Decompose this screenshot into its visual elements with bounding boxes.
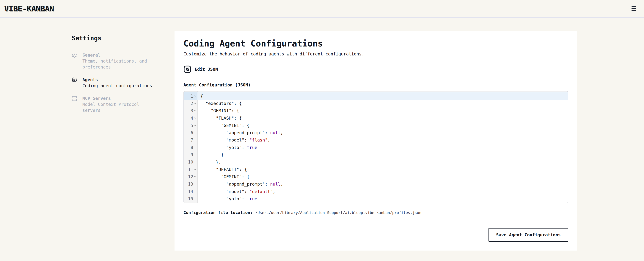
hamburger-icon [632,6,636,11]
editor-code-line[interactable]: "GEMINI": { [198,122,568,129]
sidebar-item-description: Coding agent configurations [82,83,157,89]
code-token-str: "default" [250,189,273,194]
editor-code-line[interactable]: "append_prompt": null, [198,180,568,188]
code-token: , [280,182,283,186]
sidebar-item-description: Model Context Protocol servers [82,101,157,113]
menu-button[interactable] [629,4,639,14]
server-icon [72,96,77,101]
fold-chevron-icon[interactable] [193,114,197,122]
fold-spacer [193,188,197,195]
editor-code-line[interactable]: "GEMINI": { [198,173,568,180]
json-editor[interactable]: 1{2 "executors": {3 "GEMINI": {4 "FLASH"… [184,91,568,203]
code-token: "yolo": [200,145,247,150]
editor-code-line[interactable]: "model": "flash", [198,136,568,144]
editor-line[interactable]: 7 "model": "flash", [184,136,568,144]
file-location-label: Configuration file location: [184,210,253,215]
editor-line[interactable]: 13 "append_prompt": null, [184,180,568,188]
editor-gutter-cell: 7 [184,136,198,144]
app-logo[interactable]: VIBE-KANBAN [4,4,54,13]
editor-line[interactable]: 11 "DEFAULT": { [184,166,568,173]
editor-line[interactable]: 8 "yolo": true [184,144,568,151]
editor-code-line[interactable]: { [198,92,568,100]
sidebar-item-agents[interactable]: AgentsCoding agent configurations [72,77,160,89]
editor-code-line[interactable]: "yolo": true [198,144,568,151]
editor-gutter-cell: 12 [184,173,198,180]
square-slash-icon [184,65,191,73]
fold-chevron-icon[interactable] [193,107,197,114]
fold-chevron-icon[interactable] [193,92,197,100]
line-number: 15 [188,196,193,201]
editor-line[interactable]: 15 "yolo": true [184,195,568,202]
code-token: "append_prompt": [200,130,270,135]
app-header: VIBE-KANBAN [0,0,644,18]
editor-gutter-cell: 4 [184,114,198,122]
editor-line[interactable]: 10 }, [184,158,568,166]
editor-code-line[interactable]: "FLASH": { [198,114,568,122]
line-number: 4 [190,116,193,121]
code-token: "GEMINI": { [200,123,250,128]
page-title: Coding Agent Configurations [184,39,568,49]
editor-code-line[interactable]: "DEFAULT": { [198,166,568,173]
editor-code-line[interactable]: "append_prompt": null, [198,129,568,136]
fold-chevron-icon[interactable] [193,122,197,129]
sidebar-item-description: Theme, notifications, and preferences [82,58,157,70]
editor-line[interactable]: 3 "GEMINI": { [184,107,568,114]
editor-line[interactable]: 14 "model": "default", [184,188,568,195]
line-number: 2 [190,101,193,106]
code-token-bool: true [247,145,257,150]
code-token: "append_prompt": [200,182,270,186]
editor-line[interactable]: 1{ [184,92,568,100]
code-token: "yolo": [200,196,247,201]
line-number: 9 [190,152,193,157]
fold-spacer [193,144,197,151]
fold-chevron-icon[interactable] [193,166,197,173]
code-token: }, [200,160,221,164]
fold-chevron-icon[interactable] [193,173,197,180]
editor-gutter-cell: 1 [184,92,198,100]
fold-spacer [193,136,197,144]
editor-gutter-cell: 15 [184,195,198,202]
editor-line[interactable]: 6 "append_prompt": null, [184,129,568,136]
editor-line[interactable]: 2 "executors": { [184,100,568,107]
save-agent-configurations-button[interactable]: Save Agent Configurations [488,228,568,242]
line-number: 6 [190,130,193,135]
editor-line[interactable]: 12 "GEMINI": { [184,173,568,180]
code-token: , [280,130,283,135]
editor-code-line[interactable]: "model": "default", [198,188,568,195]
editor-code-line[interactable]: "GEMINI": { [198,107,568,114]
line-number: 5 [190,123,193,128]
editor-code-line[interactable]: }, [198,158,568,166]
code-token: "model": [200,138,250,142]
settings-layout: Settings GeneralTheme, notifications, an… [0,18,644,250]
line-number: 13 [188,182,193,186]
editor-gutter-cell: 10 [184,158,198,166]
line-number: 10 [188,160,193,164]
editor-gutter-cell: 2 [184,100,198,107]
editor-gutter-cell: 14 [184,188,198,195]
fold-chevron-icon[interactable] [193,100,197,107]
line-number: 1 [190,94,193,99]
code-token-bool: true [247,196,257,201]
sidebar-item-mcp-servers[interactable]: MCP ServersModel Context Protocol server… [72,95,160,113]
editor-code-line[interactable]: "yolo": true [198,195,568,202]
code-token: "model": [200,189,250,194]
page-subtitle: Customize the behavior of coding agents … [184,51,568,57]
cpu-icon [72,77,77,83]
editor-line[interactable]: 4 "FLASH": { [184,114,568,122]
editor-gutter-cell: 5 [184,122,198,129]
edit-json-label: Edit JSON [195,67,218,72]
code-token: "executors": { [200,101,242,106]
sidebar-item-general[interactable]: GeneralTheme, notifications, and prefere… [72,52,160,70]
code-token: "FLASH": { [200,116,242,121]
editor-line[interactable]: 9 } [184,151,568,158]
file-location-path: /Users/user/Library/Application Support/… [255,210,422,215]
code-token: "DEFAULT": { [200,167,247,172]
code-token-str: "flash" [250,138,268,142]
fold-spacer [193,129,197,136]
edit-json-button[interactable]: Edit JSON [184,65,218,74]
editor-code-line[interactable]: "executors": { [198,100,568,107]
settings-sidebar: Settings GeneralTheme, notifications, an… [72,18,160,120]
editor-line[interactable]: 5 "GEMINI": { [184,122,568,129]
editor-code-line[interactable]: } [198,151,568,158]
editor-gutter-cell: 13 [184,180,198,188]
